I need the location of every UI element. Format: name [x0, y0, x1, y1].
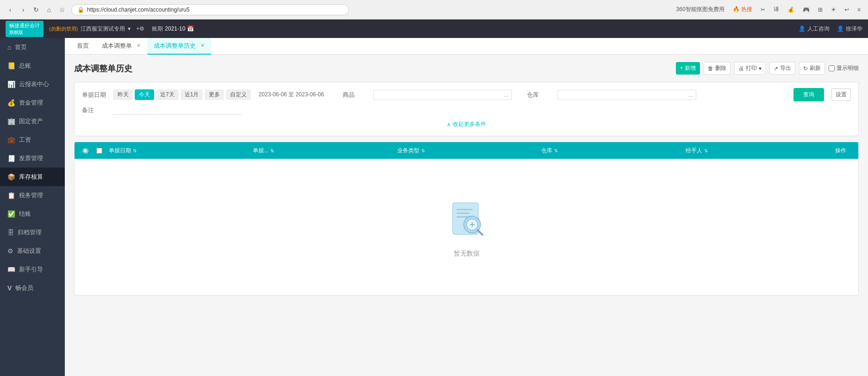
empty-text: 暂无数据 [454, 250, 480, 258]
sidebar-item-home[interactable]: ⌂ 首页 [0, 38, 65, 56]
sidebar-item-ledger-label: 总账 [19, 62, 31, 70]
sidebar-item-guide[interactable]: 📖 新手引导 [0, 260, 65, 279]
date-btn-more[interactable]: 更多 [205, 89, 224, 100]
sidebar-item-settlement[interactable]: ✅ 结账 [0, 205, 65, 223]
sidebar-item-settings[interactable]: ⚙ 基础设置 [0, 242, 65, 260]
date-range-display: 2023-06-06 至 2023-06-06 [258, 91, 324, 99]
browser-nav-buttons: ‹ › ↻ ⌂ ☆ [5, 4, 68, 15]
delete-btn[interactable]: 🗑 删除 [704, 62, 731, 75]
sidebar-item-inventory[interactable]: 📦 库存核算 [0, 168, 65, 186]
th-biz-type[interactable]: 业务类型 ⇅ [394, 147, 538, 155]
funds-icon: 💰 [7, 99, 15, 107]
th-operator-sort-icon: ⇅ [704, 148, 708, 153]
collapse-btn[interactable]: ∧ 收起更多条件 [82, 119, 851, 130]
sidebar-item-tax[interactable]: 📋 税务管理 [0, 186, 65, 205]
user-icon: 👤 [837, 25, 844, 32]
address-bar[interactable]: 🔒 https://cloud.chanjet.com/accounting/u… [71, 4, 349, 15]
sidebar-item-invoices[interactable]: 🧾 发票管理 [0, 149, 65, 168]
th-warehouse-sort-icon: ⇅ [554, 148, 558, 153]
fixed-assets-icon: 🏢 [7, 118, 15, 125]
svg-rect-2 [456, 209, 473, 210]
home-button[interactable]: ⌂ [44, 4, 55, 15]
sidebar-item-fixed-assets[interactable]: 🏢 固定资产 [0, 112, 65, 131]
company-selector[interactable]: (勿删勿禁用) 江西服宝测试专用 ▾ [49, 25, 131, 33]
table-select-all-checkbox[interactable] [92, 148, 106, 154]
tab-cost-adjust[interactable]: 成本调整单 ✕ [95, 38, 147, 55]
sidebar-item-salary[interactable]: 💼 工资 [0, 131, 65, 149]
tab-cost-adjust-history-close[interactable]: ✕ [200, 43, 205, 49]
sidebar-item-member[interactable]: V 畅会员 [0, 279, 65, 297]
menu-tool[interactable]: ≡ [855, 6, 863, 14]
invoices-icon: 🧾 [7, 155, 15, 162]
show-detail-checkbox[interactable] [829, 65, 835, 71]
date-btn-1month[interactable]: 近1月 [181, 89, 203, 100]
filter-remark-row: 备注 [82, 105, 851, 115]
tab-cost-adjust-history[interactable]: 成本调整单历史 ✕ [147, 38, 211, 55]
date-btn-today[interactable]: 今天 [135, 89, 154, 100]
tab-cost-adjust-close[interactable]: ✕ [137, 43, 141, 49]
empty-state: 暂无数据 [75, 159, 858, 295]
goods-filter-select[interactable]: ... [373, 90, 512, 100]
tab-home[interactable]: 首页 [70, 38, 95, 55]
collapse-chevron-icon: ∧ [447, 121, 451, 128]
undo-tool[interactable]: ↩ [842, 6, 852, 14]
new-btn[interactable]: + 新增 [676, 62, 700, 75]
sidebar-item-reports[interactable]: 📊 云报表中心 [0, 75, 65, 94]
date-filter-buttons: 昨天 今天 近7天 近1月 更多 自定义 [113, 89, 251, 100]
filter-settings-btn[interactable]: 设置 [831, 88, 851, 101]
search-tool[interactable]: 360智能抠图免费用 [674, 5, 727, 14]
settlement-icon: ✅ [7, 210, 15, 218]
sidebar-item-archive[interactable]: 🗄 归档管理 [0, 223, 65, 242]
ledger-icon: 📒 [7, 62, 15, 69]
goods-dots: ... [504, 92, 509, 98]
game-tool[interactable]: 🎮 [800, 6, 812, 14]
forward-button[interactable]: › [18, 4, 29, 15]
inventory-icon: 📦 [7, 173, 15, 181]
refresh-btn[interactable]: ↻ 刷新 [799, 62, 825, 75]
sidebar-item-ledger[interactable]: 📒 总账 [0, 56, 65, 75]
table-header: 单据日期 ⇅ 单据... ⇅ 业务类型 ⇅ 仓库 ⇅ [75, 142, 858, 159]
date-btn-custom[interactable]: 自定义 [226, 89, 251, 100]
th-warehouse[interactable]: 仓库 ⇅ [538, 147, 682, 155]
sidebar-item-tax-label: 税务管理 [19, 191, 43, 200]
sidebar-item-funds-label: 资金管理 [19, 99, 43, 107]
wallet-tool[interactable]: 💰 [785, 6, 797, 14]
guide-icon: 📖 [7, 266, 15, 273]
sidebar-item-funds[interactable]: 💰 资金管理 [0, 94, 65, 112]
scissors-tool[interactable]: ✂ [758, 6, 768, 14]
add-button[interactable]: + [136, 25, 139, 32]
warehouse-dots: ... [688, 92, 693, 98]
brightness-tool[interactable]: ☀ [828, 6, 839, 14]
settings-button[interactable]: ⚙ [139, 25, 144, 32]
star-button[interactable]: ☆ [56, 4, 68, 15]
export-btn[interactable]: ↗ 导出 [769, 62, 795, 75]
date-btn-7days[interactable]: 近7天 [156, 89, 179, 100]
settings-sidebar-icon: ⚙ [7, 247, 13, 255]
hot-search[interactable]: 🔥 热搜 [730, 5, 755, 14]
remark-input[interactable] [112, 105, 242, 115]
translate-tool[interactable]: 译 [771, 5, 782, 14]
user-profile-btn[interactable]: 👤 徐泽华 [837, 25, 862, 33]
content-area: 首页 成本调整单 ✕ 成本调整单历史 ✕ 成本调整单历史 + 新增 🗑 删除 [65, 38, 868, 376]
calendar-icon[interactable]: 📅 [187, 25, 194, 32]
delete-icon: 🗑 [708, 65, 713, 72]
th-operator[interactable]: 经手人 ⇅ [683, 147, 827, 155]
print-btn[interactable]: 🖨 打印 ▾ [734, 62, 766, 75]
sidebar: ⌂ 首页 📒 总账 📊 云报表中心 💰 资金管理 🏢 固定资产 💼 工资 🧾 发… [0, 38, 65, 376]
table-settings-btn[interactable] [78, 147, 92, 154]
date-btn-yesterday[interactable]: 昨天 [113, 89, 133, 100]
customer-service-btn[interactable]: 👤 人工咨询 [799, 25, 830, 33]
th-date[interactable]: 单据日期 ⇅ [106, 147, 250, 155]
warehouse-filter-select[interactable]: ... [557, 90, 696, 100]
query-btn[interactable]: 查询 [793, 88, 824, 101]
salary-icon: 💼 [7, 136, 15, 144]
company-name: 江西服宝测试专用 [81, 25, 125, 33]
page-title-row: 成本调整单历史 + 新增 🗑 删除 🖨 打印 ▾ ↗ 导出 [74, 62, 859, 75]
refresh-button[interactable]: ↻ [31, 4, 42, 15]
warehouse-filter-label: 仓库 [527, 91, 550, 99]
grid-tool[interactable]: ⊞ [815, 6, 825, 14]
th-number[interactable]: 单据... ⇅ [250, 147, 394, 155]
member-icon: V [7, 284, 12, 292]
page-content: 成本调整单历史 + 新增 🗑 删除 🖨 打印 ▾ ↗ 导出 [65, 55, 868, 376]
back-button[interactable]: ‹ [5, 4, 16, 15]
